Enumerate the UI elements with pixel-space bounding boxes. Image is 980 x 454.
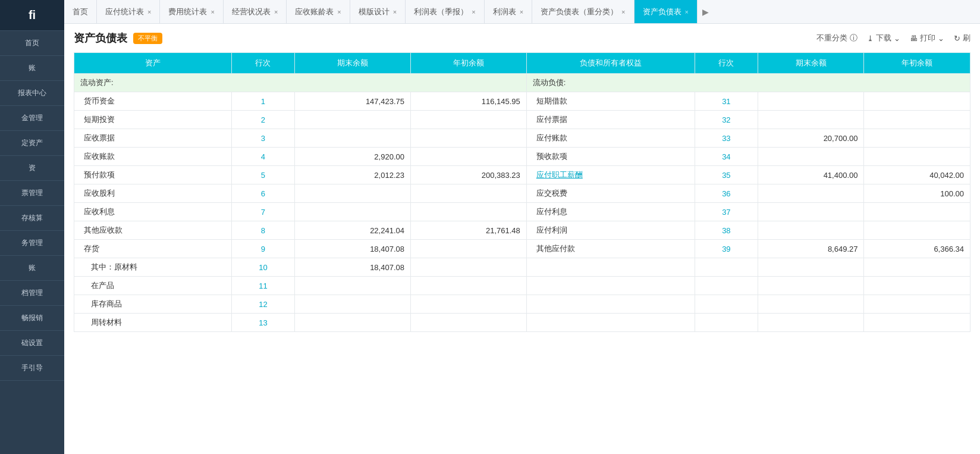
left-name[interactable]: 应收票据: [74, 129, 232, 148]
tab-balance[interactable]: 资产负债表 ×: [635, 0, 698, 24]
sidebar-item-home[interactable]: 首页: [0, 31, 64, 56]
right-period-end[interactable]: 8,649.27: [758, 240, 864, 258]
left-year-begin[interactable]: [410, 148, 526, 166]
left-name[interactable]: 应收利息: [74, 203, 232, 221]
left-name[interactable]: 预付款项: [74, 166, 232, 184]
sidebar-item-fund[interactable]: 金管理: [0, 106, 64, 131]
right-period-end[interactable]: [758, 221, 864, 240]
sidebar-item-capital[interactable]: 资: [0, 156, 64, 181]
left-year-begin[interactable]: [410, 129, 526, 148]
right-name[interactable]: 应交税费: [526, 184, 695, 203]
right-period-end[interactable]: [758, 92, 864, 111]
right-period-end[interactable]: 41,400.00: [758, 166, 864, 184]
left-period-end[interactable]: [295, 295, 411, 314]
left-period-end[interactable]: 18,407.08: [295, 240, 411, 258]
left-period-end[interactable]: 147,423.75: [295, 92, 411, 111]
left-year-begin[interactable]: 116,145.95: [410, 92, 526, 111]
left-year-begin[interactable]: [410, 240, 526, 258]
print-action[interactable]: 🖶 打印 ⌄: [910, 33, 944, 43]
left-year-begin[interactable]: [410, 295, 526, 314]
sidebar-item-settings[interactable]: 础设置: [0, 331, 64, 356]
sidebar-item-fixed-assets[interactable]: 定资产: [0, 131, 64, 156]
sidebar-item-invoice[interactable]: 票管理: [0, 181, 64, 206]
right-period-end[interactable]: [758, 148, 864, 166]
tab-profit-quarterly[interactable]: 利润表（季报） ×: [406, 0, 484, 24]
tab-receivable-age[interactable]: 应收账龄表 ×: [287, 0, 350, 24]
right-period-end[interactable]: [758, 184, 864, 203]
classify-action[interactable]: 不重分类 ⓘ: [816, 33, 857, 43]
right-name[interactable]: 其他应付款: [526, 240, 695, 258]
sidebar-item-archives[interactable]: 档管理: [0, 281, 64, 306]
left-year-begin[interactable]: [410, 277, 526, 295]
left-period-end[interactable]: 18,407.08: [295, 258, 411, 277]
left-year-begin[interactable]: [410, 203, 526, 221]
right-year-begin[interactable]: [864, 148, 970, 166]
right-year-begin[interactable]: [864, 314, 970, 332]
refresh-action[interactable]: ↻ 刷: [954, 33, 970, 43]
left-period-end[interactable]: 2,012.23: [295, 166, 411, 184]
left-period-end[interactable]: [295, 111, 411, 129]
right-name[interactable]: 应付账款: [526, 129, 695, 148]
tab-close-profit-quarterly[interactable]: ×: [472, 8, 475, 15]
sidebar-item-inventory[interactable]: 存核算: [0, 206, 64, 231]
tab-expense-stats[interactable]: 费用统计表 ×: [160, 0, 223, 24]
right-name[interactable]: 短期借款: [526, 92, 695, 111]
right-period-end[interactable]: 20,700.00: [758, 129, 864, 148]
left-year-begin[interactable]: [410, 111, 526, 129]
right-year-begin[interactable]: [864, 295, 970, 314]
left-year-begin[interactable]: 21,761.48: [410, 221, 526, 240]
left-period-end[interactable]: [295, 203, 411, 221]
tab-balance-reclassified[interactable]: 资产负债表（重分类） ×: [532, 0, 634, 24]
right-year-begin[interactable]: [864, 129, 970, 148]
left-year-begin[interactable]: [410, 258, 526, 277]
right-name[interactable]: 应付职工薪酬: [526, 166, 695, 184]
left-name[interactable]: 应收账款: [74, 148, 232, 166]
left-name[interactable]: 存货: [74, 240, 232, 258]
sidebar-item-account[interactable]: 账: [0, 56, 64, 81]
right-name[interactable]: 应付利润: [526, 221, 695, 240]
download-action[interactable]: ⤓ 下载 ⌄: [867, 33, 900, 43]
right-year-begin[interactable]: 6,366.34: [864, 240, 970, 258]
right-period-end[interactable]: [758, 258, 864, 277]
tab-close-profit[interactable]: ×: [520, 8, 523, 15]
left-period-end[interactable]: [295, 314, 411, 332]
right-period-end[interactable]: [758, 314, 864, 332]
right-year-begin[interactable]: [864, 203, 970, 221]
tab-close-balance-reclassified[interactable]: ×: [621, 8, 625, 15]
left-period-end[interactable]: 22,241.04: [295, 221, 411, 240]
right-name[interactable]: [526, 314, 695, 332]
left-year-begin[interactable]: [410, 184, 526, 203]
right-name[interactable]: 预收款项: [526, 148, 695, 166]
left-name[interactable]: 货币资金: [74, 92, 232, 111]
tab-close-expense-stats[interactable]: ×: [211, 8, 214, 15]
right-year-begin[interactable]: [864, 221, 970, 240]
tab-payable-stats[interactable]: 应付统计表 ×: [97, 0, 160, 24]
right-year-begin[interactable]: [864, 277, 970, 295]
sidebar-item-expense[interactable]: 畅报销: [0, 306, 64, 331]
tab-template[interactable]: 模版设计 ×: [350, 0, 406, 24]
tab-close-operations[interactable]: ×: [274, 8, 278, 15]
tab-home[interactable]: 首页: [64, 0, 97, 24]
tab-close-balance[interactable]: ×: [685, 8, 689, 15]
right-year-begin[interactable]: [864, 111, 970, 129]
tab-close-payable-stats[interactable]: ×: [147, 8, 151, 15]
right-period-end[interactable]: [758, 203, 864, 221]
left-period-end[interactable]: [295, 277, 411, 295]
right-name[interactable]: 应付利息: [526, 203, 695, 221]
right-name[interactable]: [526, 277, 695, 295]
tab-close-receivable-age[interactable]: ×: [337, 8, 341, 15]
left-year-begin[interactable]: 200,383.23: [410, 166, 526, 184]
right-name[interactable]: 应付票据: [526, 111, 695, 129]
sidebar-item-ledger[interactable]: 账: [0, 256, 64, 281]
tab-close-template[interactable]: ×: [393, 8, 397, 15]
right-name[interactable]: [526, 295, 695, 314]
tab-scroll-right[interactable]: ▶: [698, 7, 714, 17]
tab-profit[interactable]: 利润表 ×: [485, 0, 532, 24]
sidebar-item-tax[interactable]: 务管理: [0, 231, 64, 256]
right-period-end[interactable]: [758, 277, 864, 295]
right-year-begin[interactable]: [864, 258, 970, 277]
left-period-end[interactable]: 2,920.00: [295, 148, 411, 166]
sidebar-item-report-center[interactable]: 报表中心: [0, 81, 64, 106]
left-name[interactable]: 应收股利: [74, 184, 232, 203]
right-year-begin[interactable]: 100.00: [864, 184, 970, 203]
